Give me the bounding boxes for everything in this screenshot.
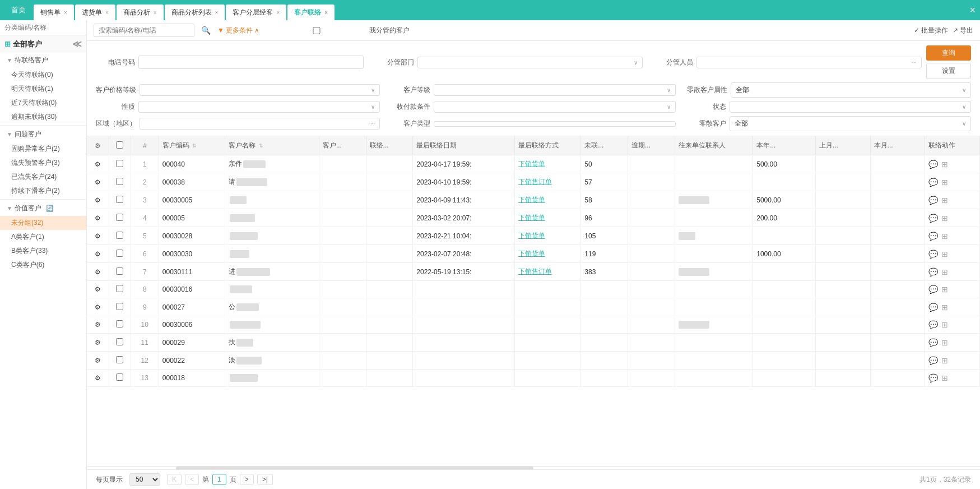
grid-action-icon[interactable]: ⊞ xyxy=(941,338,948,347)
row-check-5[interactable] xyxy=(109,245,131,263)
row-check-1[interactable] xyxy=(109,173,131,191)
tab-customer-segment[interactable]: 客户分层经客 × xyxy=(226,4,286,20)
comment-icon[interactable]: 💬 xyxy=(928,250,938,259)
sidebar-item-b-class[interactable]: B类客户(33) xyxy=(0,244,86,258)
date-col-header[interactable]: 最后联络日期 xyxy=(413,136,514,155)
grid-action-icon[interactable]: ⊞ xyxy=(941,320,948,329)
close-product-list-tab[interactable]: × xyxy=(215,10,219,16)
close-purchase-tab[interactable]: × xyxy=(105,10,109,16)
row-gear-2[interactable]: ⚙ xyxy=(87,191,109,209)
grid-action-icon[interactable]: ⊞ xyxy=(941,303,948,312)
thisyear-col-header[interactable]: 本年... xyxy=(753,136,816,155)
status-select[interactable]: ∨ xyxy=(730,101,971,113)
page-size-select[interactable]: 50 100 200 xyxy=(129,473,160,486)
type-col-header[interactable]: 客户... xyxy=(319,136,366,155)
comment-icon[interactable]: 💬 xyxy=(928,303,938,312)
sidebar-item-churned[interactable]: 已流失客户(24) xyxy=(0,170,86,184)
row-gear-6[interactable]: ⚙ xyxy=(87,263,109,281)
row-check-0[interactable] xyxy=(109,155,131,173)
method-col-header[interactable]: 最后联络方式 xyxy=(514,136,581,155)
row-gear-10[interactable]: ⚙ xyxy=(87,334,109,352)
row-check-11[interactable] xyxy=(109,352,131,370)
sidebar-item-c-class[interactable]: C类客户(6) xyxy=(0,258,86,272)
search-input[interactable] xyxy=(94,24,194,37)
customer-type-select[interactable] xyxy=(434,121,675,127)
last-page-button[interactable]: >| xyxy=(257,474,273,485)
sidebar-search-input[interactable] xyxy=(4,24,87,31)
price-level-select[interactable]: ∨ xyxy=(140,84,380,96)
row-gear-1[interactable]: ⚙ xyxy=(87,173,109,191)
dept-select[interactable]: ∨ xyxy=(417,57,643,68)
tab-product-analysis[interactable]: 商品分析 × xyxy=(117,4,164,20)
batch-operation-button[interactable]: ✓ 批量操作 xyxy=(914,26,948,35)
contact-col-header[interactable]: 联络... xyxy=(366,136,413,155)
sidebar-item-today[interactable]: 今天待联络(0) xyxy=(0,68,86,82)
name-col-header[interactable]: 客户名称 ⇅ xyxy=(225,136,319,155)
row-gear-11[interactable]: ⚙ xyxy=(87,352,109,370)
comment-icon[interactable]: 💬 xyxy=(928,196,938,205)
tab-customer-contact[interactable]: 客户联络 × xyxy=(287,4,335,20)
row-check-12[interactable] xyxy=(109,370,131,387)
comment-icon[interactable]: 💬 xyxy=(928,373,938,382)
sidebar-item-7days[interactable]: 近7天待联络(0) xyxy=(0,96,86,110)
row-method-0[interactable]: 下销货单 xyxy=(514,155,581,173)
value-customers-title[interactable]: ▼ 价值客户 🔄 xyxy=(0,201,86,216)
row-check-3[interactable] xyxy=(109,209,131,227)
more-conditions-button[interactable]: ▼ 更多条件 ∧ xyxy=(217,26,259,35)
sidebar-item-declining[interactable]: 持续下滑客户(2) xyxy=(0,184,86,198)
row-method-6[interactable]: 下销售订单 xyxy=(514,263,581,281)
row-gear-4[interactable]: ⚙ xyxy=(87,227,109,245)
home-tab[interactable]: 首页 xyxy=(4,0,32,20)
row-gear-0[interactable]: ⚙ xyxy=(87,155,109,173)
tab-product-list[interactable]: 商品分析列表 × xyxy=(165,4,225,20)
row-check-8[interactable] xyxy=(109,298,131,316)
gear-col-header[interactable]: ⚙ xyxy=(87,136,109,155)
payment-select[interactable]: ∨ xyxy=(434,101,675,113)
grid-action-icon[interactable]: ⊞ xyxy=(941,373,948,382)
next-page-button[interactable]: > xyxy=(240,474,254,485)
close-product-tab[interactable]: × xyxy=(154,10,157,16)
query-button[interactable]: 查询 xyxy=(926,45,971,61)
tab-sales[interactable]: 销售单 × xyxy=(34,4,74,20)
gear-icon[interactable]: ⚙ xyxy=(95,142,101,150)
comment-icon[interactable]: 💬 xyxy=(928,214,938,223)
row-check-7[interactable] xyxy=(109,281,131,298)
current-page-display[interactable]: 1 xyxy=(212,474,226,485)
row-gear-5[interactable]: ⚙ xyxy=(87,245,109,263)
sidebar-item-a-class[interactable]: A类客户(1) xyxy=(0,230,86,244)
reset-button[interactable]: 设置 xyxy=(926,63,971,79)
grid-action-icon[interactable]: ⊞ xyxy=(941,250,948,259)
row-method-3[interactable]: 下销货单 xyxy=(514,209,581,227)
waiting-contact-title[interactable]: ▼ 待联络客户 xyxy=(0,53,86,68)
phone-input[interactable] xyxy=(138,56,364,69)
grid-action-icon[interactable]: ⊞ xyxy=(941,267,948,276)
lastmonth-col-header[interactable]: 上月... xyxy=(815,136,870,155)
sidebar-item-churn-warning[interactable]: 流失预警客户(3) xyxy=(0,156,86,170)
customer-level-select[interactable]: ∨ xyxy=(434,84,675,96)
comment-icon[interactable]: 💬 xyxy=(928,285,938,294)
comment-icon[interactable]: 💬 xyxy=(928,320,938,329)
row-gear-3[interactable]: ⚙ xyxy=(87,209,109,227)
row-check-9[interactable] xyxy=(109,316,131,334)
grid-action-icon[interactable]: ⊞ xyxy=(941,160,948,169)
uncontact-col-header[interactable]: 未联... xyxy=(581,136,628,155)
close-sales-tab[interactable]: × xyxy=(64,10,67,16)
comment-icon[interactable]: 💬 xyxy=(928,178,938,187)
close-contact-tab[interactable]: × xyxy=(324,10,328,16)
row-gear-9[interactable]: ⚙ xyxy=(87,316,109,334)
grid-action-icon[interactable]: ⊞ xyxy=(941,196,948,205)
row-check-6[interactable] xyxy=(109,263,131,281)
row-method-1[interactable]: 下销售订单 xyxy=(514,173,581,191)
row-check-2[interactable] xyxy=(109,191,131,209)
row-check-10[interactable] xyxy=(109,334,131,352)
sidebar-item-abnormal[interactable]: 固购异常客户(2) xyxy=(0,142,86,156)
comment-icon[interactable]: 💬 xyxy=(928,232,938,241)
first-page-button[interactable]: K xyxy=(167,474,182,485)
export-button[interactable]: ↗ 导出 xyxy=(953,26,973,35)
comment-icon[interactable]: 💬 xyxy=(928,160,938,169)
grid-action-icon[interactable]: ⊞ xyxy=(941,232,948,241)
window-close-button[interactable]: × xyxy=(969,4,976,16)
search-icon[interactable]: 🔍 xyxy=(201,26,211,35)
row-method-5[interactable]: 下销货单 xyxy=(514,245,581,263)
row-gear-7[interactable]: ⚙ xyxy=(87,281,109,298)
